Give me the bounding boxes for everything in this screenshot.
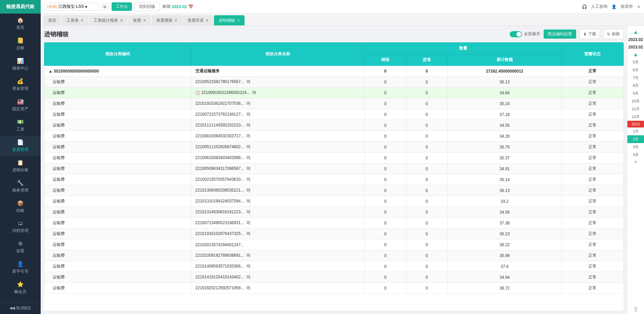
cell-col4: 0 xyxy=(406,98,447,109)
expand-toggle[interactable]: 全部展开 xyxy=(510,31,540,37)
cell-invoice: 22100615083403402688... 吨 xyxy=(191,153,365,163)
cell-col6: 正常 xyxy=(562,153,623,163)
sidebar-item-finance[interactable]: 💰 资金管理 xyxy=(0,75,41,95)
sidebar-pin-toggle[interactable]: ◀◀ 取消固定 xyxy=(0,302,41,314)
scroll-down-arrow[interactable]: ▼ xyxy=(632,159,639,166)
sidebar-item-ledger[interactable]: 📒 总账 xyxy=(0,34,41,54)
guide-icon: 👤 xyxy=(17,261,24,267)
sidebar-item-archive[interactable]: 🗂 归档管理 xyxy=(0,217,41,237)
tab-close-icon[interactable]: × xyxy=(120,18,123,23)
sidebar-item-settings[interactable]: ⚙ 设置 xyxy=(0,237,41,257)
switch-version-button[interactable]: 切到旧版 xyxy=(135,2,160,11)
col-tax-name: 税收分类名称 xyxy=(191,43,365,66)
cell-col4: 0 xyxy=(406,229,447,239)
cell-col5: 34.55 xyxy=(448,120,562,131)
tab-invoice-open[interactable]: 发票开具 × xyxy=(183,15,213,25)
ledger-icon: 📒 xyxy=(17,37,24,44)
cell-col4: 0 xyxy=(406,218,447,229)
table-row: 运输费 22100511252826674802... 吨 0 0 35.75 … xyxy=(44,142,624,153)
sidebar-item-reports[interactable]: 📊 报表中心 xyxy=(0,54,41,75)
table-row: 运输费 22101916102976437325... 吨 0 0 36.23 … xyxy=(44,229,624,239)
archive-icon: 🗂 xyxy=(18,220,23,227)
close-button[interactable]: × xyxy=(637,4,641,10)
tab-invoice-calc[interactable]: 发票测算 × xyxy=(152,15,182,25)
cell-invoice: 22101309365208535221... 吨 xyxy=(191,185,365,196)
settings-button[interactable]: 商品编码设置 xyxy=(544,30,576,39)
sidebar-item-guide[interactable]: 👤 新手引导 xyxy=(0,257,41,278)
month-3[interactable]: 3月 xyxy=(627,143,644,151)
workspace-button[interactable]: 工作台 xyxy=(112,2,132,11)
cell-col6: 正常 xyxy=(562,250,623,261)
cell-col5: 35.99 xyxy=(448,250,562,261)
tab-invoice[interactable]: 发票 × xyxy=(128,15,151,25)
tab-close-icon[interactable]: × xyxy=(81,18,83,23)
scroll-up-arrow2[interactable]: ▲ xyxy=(632,51,639,58)
cell-col6: 正常 xyxy=(562,283,623,294)
cell-col4: 0 xyxy=(406,109,447,120)
sidebar-item-sales-ledger[interactable]: 📋 进销台账 xyxy=(0,156,41,176)
cell-col4: 0 xyxy=(406,77,447,87)
sidebar-item-label: 结账 xyxy=(16,208,24,214)
sidebar-item-member[interactable]: ⭐ 畅会员 xyxy=(0,278,41,298)
month-6[interactable]: 6月 xyxy=(627,66,644,74)
tab-salary-stats[interactable]: 工资统计报表 × xyxy=(89,15,128,25)
col-sales: 销项 xyxy=(365,54,406,66)
cell-col3: 0 xyxy=(365,250,406,261)
month-10[interactable]: 10月 xyxy=(627,97,644,105)
sidebar-item-salary[interactable]: 💵 工资 xyxy=(0,115,41,136)
year-2023[interactable]: 2023 xyxy=(627,121,644,127)
cell-code: 运输费 xyxy=(44,218,191,229)
download-button[interactable]: ⬇ 下载 xyxy=(580,29,600,39)
refresh-button[interactable]: ↻ 刷新 xyxy=(603,29,624,39)
month-1[interactable]: 1月 xyxy=(627,127,644,135)
table-container[interactable]: 税收分类编码 税收分类名称 数量 预警状态 销项 进项 累计数额 ▲ 301 xyxy=(44,42,624,311)
month-2[interactable]: 2月 xyxy=(627,135,644,143)
sidebar-item-home[interactable]: 🏠 首页 xyxy=(0,14,41,34)
company-selector[interactable]: (勿动) 江西报宝-LSS ▾ xyxy=(44,3,98,11)
tab-salary-table[interactable]: 工资表 × xyxy=(62,15,88,25)
scroll-up-arrow[interactable]: ▲ xyxy=(632,28,639,36)
cell-code: 运输费 xyxy=(44,87,191,98)
cell-code: 运输费 xyxy=(44,283,191,294)
cell-col3: 0 xyxy=(365,109,406,120)
support-icon: 🎧 xyxy=(582,4,587,9)
sidebar-item-invoice[interactable]: 📄 发票管理 xyxy=(0,136,41,156)
table-row: 运输费 22101314030816191223... 吨 0 0 34.56 … xyxy=(44,207,624,218)
month-11[interactable]: 11月 xyxy=(627,105,644,113)
copy-icon[interactable]: ⧉ xyxy=(101,3,109,10)
table-row: 运输费 22100523381780176567... 吨 0 0 36.13 … xyxy=(44,77,624,87)
cell-code: 运输费 xyxy=(44,196,191,207)
sidebar-item-tax[interactable]: 🔧 税务管理 xyxy=(0,176,41,197)
tab-close-icon[interactable]: × xyxy=(175,18,177,23)
month-5[interactable]: 5月 xyxy=(627,58,644,66)
sidebar-item-assets[interactable]: 🏭 固定资产 xyxy=(0,95,41,115)
pin-icon: ◀◀ xyxy=(9,306,15,310)
tab-home[interactable]: 首页 xyxy=(43,15,61,25)
sidebar-item-label: 固定资产 xyxy=(12,106,28,112)
tab-close-icon[interactable]: × xyxy=(237,18,240,23)
table-row: 运输费 22101408593571035366... 吨 0 0 37.6 正… xyxy=(44,261,624,272)
cell-col3: 0 xyxy=(365,98,406,109)
month-7[interactable]: 7月 xyxy=(627,74,644,82)
tab-sales-reconcile[interactable]: 进销稽核 × xyxy=(214,15,245,25)
cell-col3: 0 xyxy=(365,239,406,250)
table-row: 运输费 22100509034317086587... 吨 0 0 34.91 … xyxy=(44,163,624,174)
sidebar-item-close-accounts[interactable]: 📦 结账 xyxy=(0,197,41,217)
cell-invoice: 22101910361921707536... 吨 xyxy=(191,98,365,109)
month-9[interactable]: 9月 xyxy=(627,90,644,97)
support-label[interactable]: 人工咨询 xyxy=(591,4,607,9)
cell-col6: 正常 xyxy=(562,174,623,185)
cell-col6: 正常 xyxy=(562,109,623,120)
toggle-switch[interactable] xyxy=(510,31,522,37)
month-8[interactable]: 8月 xyxy=(627,82,644,90)
month-12[interactable]: 12月 xyxy=(627,113,644,121)
topbar: (勿动) 江西报宝-LSS ▾ ⧉ 工作台 切到旧版 账期 2023-02 📅 … xyxy=(41,0,644,14)
month-4[interactable]: 4月 xyxy=(627,151,644,159)
cell-col5: 36.13 xyxy=(448,77,562,87)
tab-close-icon[interactable]: × xyxy=(206,18,209,23)
calendar-icon[interactable]: 📅 xyxy=(188,4,193,9)
sidebar-item-label: 总账 xyxy=(16,45,24,51)
close-accounts-icon: 📦 xyxy=(17,200,24,207)
user-label[interactable]: 徐涯华 xyxy=(621,4,633,9)
tab-close-icon[interactable]: × xyxy=(143,18,146,23)
